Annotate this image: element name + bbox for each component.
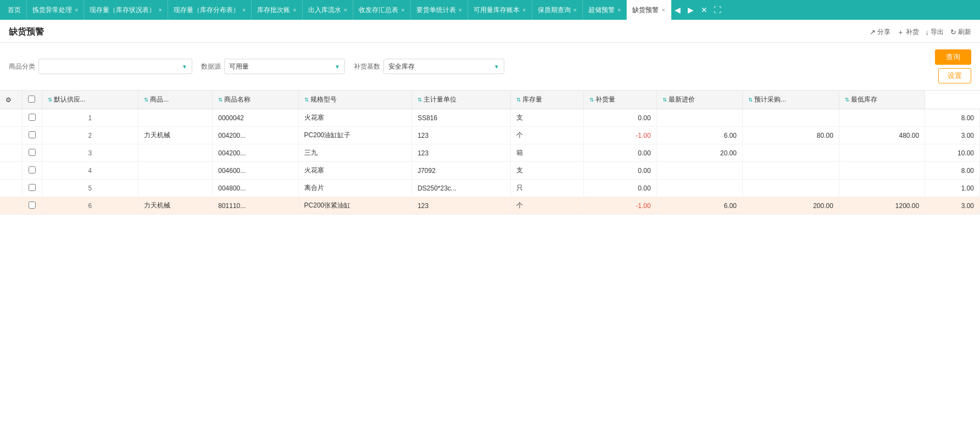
category-select[interactable]: ▼ <box>38 59 192 74</box>
tab-inventory-dist[interactable]: 现存量（库存分布表） × <box>168 0 252 20</box>
tab-available-ledger-close[interactable]: × <box>522 7 526 13</box>
row-settings-cell <box>0 197 22 215</box>
replenish-base-select[interactable]: 安全库存 ▼ <box>383 59 504 74</box>
col-product-name[interactable]: ⇅ 商品名称 <box>213 91 298 109</box>
tab-close-button[interactable]: ✕ <box>698 0 711 20</box>
row-replenish-qty <box>656 109 742 127</box>
row-num: 4 <box>42 162 138 180</box>
tab-bar: 首页 拣货异常处理 × 现存量（库存状况表） × 现存量（库存分布表） × 库存… <box>0 0 980 20</box>
tab-next-button[interactable]: ▶ <box>684 0 698 20</box>
tab-overstock[interactable]: 超储预警 × <box>583 0 627 20</box>
refresh-button[interactable]: ↻ 刷新 <box>950 27 971 37</box>
share-button[interactable]: ↗ 分享 <box>870 27 890 37</box>
tab-inout-flow[interactable]: 出入库流水 × <box>303 0 353 20</box>
tab-batch-account-close[interactable]: × <box>293 7 296 13</box>
row-stock: -1.00 <box>583 127 656 144</box>
row-replenish-qty <box>656 180 742 197</box>
row-checkbox-cell[interactable] <box>22 127 42 144</box>
tab-abnormal[interactable]: 拣货异常处理 × <box>27 0 84 20</box>
row-min-stock: 8.00 <box>925 162 980 180</box>
tab-prev-button[interactable]: ◀ <box>671 0 684 20</box>
tab-order-stats[interactable]: 要货单统计表 × <box>411 0 468 20</box>
row-checkbox-cell[interactable] <box>22 162 42 180</box>
table-row: 4 004600... 火花塞 J7092 支 0.00 8.00 <box>0 162 980 180</box>
replenish-base-label: 补货基数 <box>354 62 380 71</box>
settings-button[interactable]: 设置 <box>938 68 971 83</box>
tab-expiry-query[interactable]: 保质期查询 × <box>532 0 583 20</box>
tab-inventory-dist-close[interactable]: × <box>242 7 246 13</box>
col-min-stock[interactable]: ⇅ 最低库存 <box>839 91 925 109</box>
table-row: 6 力天机械 801110... PC200张紧油缸 123 个 -1.00 6… <box>0 197 980 215</box>
col-latest-price[interactable]: ⇅ 最新进价 <box>656 91 742 109</box>
row-checkbox[interactable] <box>29 114 36 121</box>
replenish-button[interactable]: ＋ 补货 <box>897 27 919 37</box>
stock-sort-icon: ⇅ <box>516 97 521 103</box>
replenish-icon: ＋ <box>897 27 904 37</box>
row-product-name: PC200油缸缸子 <box>298 127 412 144</box>
supplier-sort-icon: ⇅ <box>48 97 52 103</box>
tab-inout-flow-close[interactable]: × <box>344 7 347 13</box>
row-checkbox[interactable] <box>29 166 36 173</box>
tab-home[interactable]: 首页 <box>2 0 27 20</box>
row-replenish-qty: 6.00 <box>656 197 742 215</box>
col-unit[interactable]: ⇅ 主计量单位 <box>412 91 511 109</box>
row-num: 3 <box>42 144 138 162</box>
datasource-select[interactable]: 可用量 ▼ <box>224 59 345 74</box>
col-stock[interactable]: ⇅ 库存量 <box>510 91 583 109</box>
row-latest-price <box>742 162 839 180</box>
tab-shortage-close[interactable]: × <box>661 7 665 13</box>
header-actions: ↗ 分享 ＋ 补货 ↓ 导出 ↻ 刷新 <box>870 27 972 37</box>
query-button[interactable]: 查询 <box>935 49 971 65</box>
datasource-label: 数据源 <box>201 62 221 71</box>
row-est-purchase: 1200.00 <box>839 197 925 215</box>
tab-collect-summary-close[interactable]: × <box>401 7 404 13</box>
row-min-stock: 10.00 <box>925 144 980 162</box>
page-title: 缺货预警 <box>9 26 44 38</box>
tab-fullscreen-button[interactable]: ⛶ <box>711 0 724 20</box>
tab-inventory-status-close[interactable]: × <box>158 7 162 13</box>
tab-overstock-close[interactable]: × <box>617 7 621 13</box>
row-checkbox[interactable] <box>29 149 36 156</box>
row-unit: 箱 <box>510 144 583 162</box>
export-button[interactable]: ↓ 导出 <box>926 27 944 37</box>
col-replenish-qty[interactable]: ⇅ 补货量 <box>583 91 656 109</box>
col-spec[interactable]: ⇅ 规格型号 <box>298 91 412 109</box>
table-header-row: ⚙ ⇅ 默认供应... ⇅ 商品... <box>0 91 980 109</box>
col-product-code[interactable]: ⇅ 商品... <box>138 91 213 109</box>
row-settings-cell <box>0 109 22 127</box>
row-est-purchase: 480.00 <box>839 127 925 144</box>
row-checkbox-cell[interactable] <box>22 180 42 197</box>
filter-area: 商品分类 ▼ 数据源 可用量 ▼ 补货基数 安全库存 ▼ 查询 设置 <box>0 43 980 91</box>
row-min-stock: 1.00 <box>925 180 980 197</box>
select-all-checkbox[interactable] <box>28 96 35 103</box>
tab-inventory-status[interactable]: 现存量（库存状况表） × <box>84 0 168 20</box>
share-icon: ↗ <box>870 28 876 36</box>
row-checkbox-cell[interactable] <box>22 144 42 162</box>
row-stock: 0.00 <box>583 180 656 197</box>
tab-order-stats-close[interactable]: × <box>459 7 462 13</box>
filter-replenish-base-group: 补货基数 安全库存 ▼ <box>354 59 504 74</box>
tab-expiry-query-close[interactable]: × <box>573 7 577 13</box>
filter-datasource-group: 数据源 可用量 ▼ <box>201 59 345 74</box>
unit-sort-icon: ⇅ <box>417 97 422 103</box>
row-min-stock: 3.00 <box>925 127 980 144</box>
row-checkbox-cell[interactable] <box>22 197 42 215</box>
row-checkbox[interactable] <box>29 201 36 209</box>
row-checkbox[interactable] <box>29 184 36 191</box>
col-supplier[interactable]: ⇅ 默认供应... <box>42 91 138 109</box>
tab-available-ledger[interactable]: 可用量库存账本 × <box>468 0 532 20</box>
row-latest-price: 200.00 <box>742 197 839 215</box>
tab-shortage[interactable]: 缺货预警 × <box>627 0 671 20</box>
tab-batch-account[interactable]: 库存批次账 × <box>252 0 302 20</box>
tab-collect-summary[interactable]: 收发存汇总表 × <box>353 0 410 20</box>
row-spec: 123 <box>412 127 511 144</box>
row-product-code: 801110... <box>213 197 298 215</box>
page-header: 缺货预警 ↗ 分享 ＋ 补货 ↓ 导出 ↻ 刷新 <box>0 20 980 43</box>
row-checkbox[interactable] <box>29 131 36 138</box>
tab-abnormal-close[interactable]: × <box>75 7 78 13</box>
data-table: ⚙ ⇅ 默认供应... ⇅ 商品... <box>0 91 980 215</box>
row-settings-cell <box>0 127 22 144</box>
col-est-purchase[interactable]: ⇅ 预计采购... <box>742 91 839 109</box>
row-checkbox-cell[interactable] <box>22 109 42 127</box>
col-settings[interactable]: ⚙ <box>0 91 22 109</box>
